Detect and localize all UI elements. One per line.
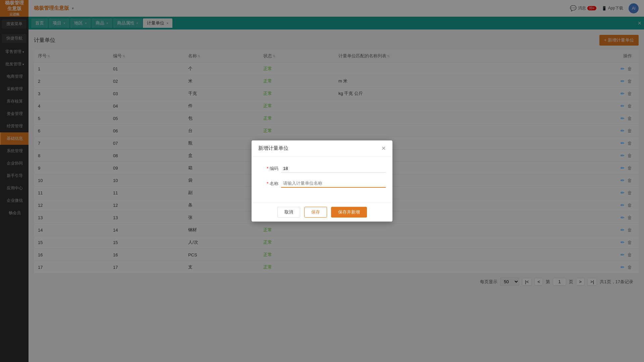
form-row-name: * 名称 xyxy=(258,179,386,188)
modal-overlay: 新增计量单位 ✕ * 编码 * 名称 取消 保存 保存并新增 xyxy=(0,0,644,362)
modal-close-button[interactable]: ✕ xyxy=(381,145,386,152)
save-and-new-button[interactable]: 保存并新增 xyxy=(331,207,367,218)
modal-footer: 取消 保存 保存并新增 xyxy=(252,202,392,222)
code-input[interactable] xyxy=(281,165,386,173)
save-button[interactable]: 保存 xyxy=(304,207,327,218)
name-input[interactable] xyxy=(281,179,386,188)
modal-title: 新增计量单位 xyxy=(258,145,288,152)
name-label: * 名称 xyxy=(258,181,278,187)
required-mark: * xyxy=(267,181,268,186)
required-mark: * xyxy=(267,166,268,171)
code-label: * 编码 xyxy=(258,166,278,172)
modal-body: * 编码 * 名称 xyxy=(252,157,392,202)
add-unit-modal: 新增计量单位 ✕ * 编码 * 名称 取消 保存 保存并新增 xyxy=(252,140,392,222)
cancel-button[interactable]: 取消 xyxy=(277,207,300,218)
form-row-code: * 编码 xyxy=(258,165,386,173)
modal-header: 新增计量单位 ✕ xyxy=(252,140,392,157)
